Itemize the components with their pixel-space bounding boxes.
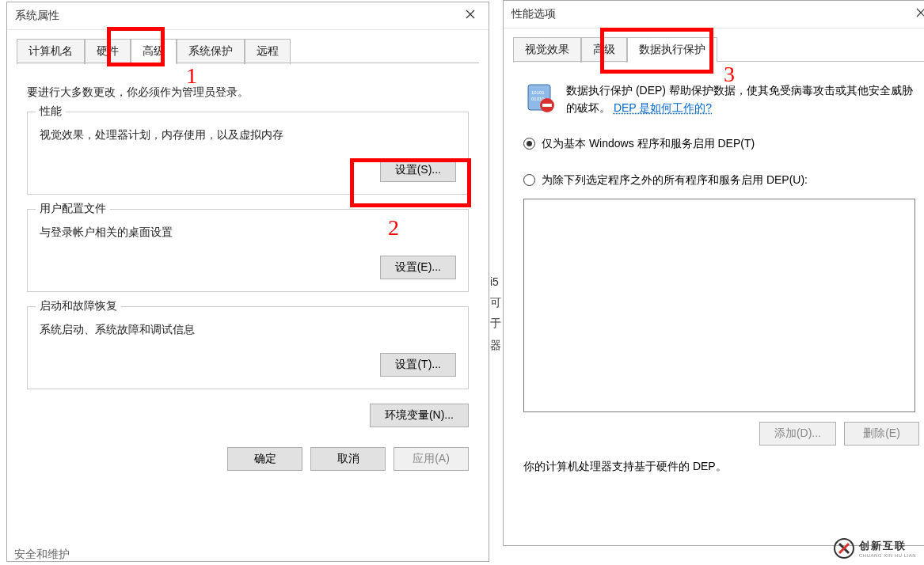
profile-group-title: 用户配置文件: [36, 202, 110, 216]
ok-button[interactable]: 确定: [227, 447, 302, 471]
remove-button[interactable]: 删除(E): [844, 422, 919, 446]
perf-group: 性能 视觉效果，处理器计划，内存使用，以及虚拟内存 设置(S)...: [27, 112, 469, 195]
radio-basic-row[interactable]: 仅为基本 Windows 程序和服务启用 DEP(T): [523, 137, 919, 151]
perf-settings-button[interactable]: 设置(S)...: [380, 158, 456, 182]
svg-rect-8: [542, 104, 552, 107]
side-char-b: 可: [490, 296, 501, 310]
side-char-d: 器: [490, 339, 501, 353]
perf-group-desc: 视觉效果，处理器计划，内存使用，以及虚拟内存: [40, 128, 456, 142]
system-properties-dialog: 系统属性 计算机名 硬件 高级 系统保护 远程 要进行大多数更改，你必须作为管理…: [6, 2, 489, 562]
profile-group: 用户配置文件 与登录帐户相关的桌面设置 设置(E)...: [27, 209, 469, 292]
content-right: 10101 01010 数据执行保护 (DEP) 帮助保护数据，使其免受病毒攻击…: [504, 62, 924, 486]
tab-hardware[interactable]: 硬件: [85, 39, 131, 64]
annotation-label-1: 1: [186, 63, 197, 89]
close-icon: [466, 9, 475, 19]
radio-basic-label: 仅为基本 Windows 程序和服务启用 DEP(T): [542, 137, 755, 151]
cancel-button[interactable]: 取消: [310, 447, 386, 471]
title-right: 性能选项: [511, 7, 556, 21]
radio-all-row[interactable]: 为除下列选定程序之外的所有程序和服务启用 DEP(U):: [523, 173, 919, 188]
bottom-buttons-left: 确定 取消 应用(A): [7, 439, 489, 483]
tabs-right: 视觉效果 高级 数据执行保护: [504, 28, 924, 62]
radio-basic[interactable]: [523, 138, 535, 150]
content-left: 要进行大多数更改，你必须作为管理员登录。 性能 视觉效果，处理器计划，内存使用，…: [7, 63, 489, 439]
titlebar-right: 性能选项: [504, 1, 924, 28]
dep-note: 你的计算机处理器支持基于硬件的 DEP。: [523, 460, 919, 474]
tab-computer-name[interactable]: 计算机名: [17, 39, 85, 64]
tab-advanced[interactable]: 高级: [131, 39, 177, 64]
side-char-c: 于: [490, 317, 501, 331]
startup-group-desc: 系统启动、系统故障和调试信息: [40, 323, 456, 337]
startup-group-title: 启动和故障恢复: [36, 299, 121, 313]
tabs-left: 计算机名 硬件 高级 系统保护 远程: [7, 30, 489, 63]
add-button[interactable]: 添加(D)...: [759, 422, 836, 446]
startup-settings-button[interactable]: 设置(T)...: [380, 353, 456, 377]
titlebar-left: 系统属性: [7, 2, 489, 30]
tab-remote[interactable]: 远程: [245, 39, 291, 64]
dep-desc-row: 数据执行保护 (DEP) 帮助保护数据，使其免受病毒攻击或其他安全威胁的破坏。 …: [566, 82, 919, 117]
tab-advanced-right[interactable]: 高级: [581, 37, 627, 63]
close-button-right[interactable]: [903, 1, 924, 25]
svg-text:10101: 10101: [531, 90, 545, 95]
radio-all[interactable]: [523, 174, 535, 186]
logo-x-icon: [834, 538, 854, 559]
close-button-left[interactable]: [452, 2, 489, 26]
tab-system-protection[interactable]: 系统保护: [177, 39, 245, 64]
env-vars-button[interactable]: 环境变量(N)...: [370, 404, 469, 427]
annotation-label-2: 2: [388, 215, 399, 241]
tab-visual-effects[interactable]: 视觉效果: [513, 37, 581, 63]
intro-text: 要进行大多数更改，你必须作为管理员登录。: [27, 83, 469, 100]
close-icon: [916, 8, 924, 17]
dep-program-list[interactable]: [523, 199, 915, 412]
logo: 创新互联 CHUANG XIN HU LIAN: [834, 538, 916, 559]
perf-group-title: 性能: [36, 104, 66, 119]
dep-icon: 10101 01010: [523, 82, 557, 115]
annotation-label-3: 3: [724, 62, 735, 87]
profile-settings-button[interactable]: 设置(E)...: [380, 256, 456, 279]
apply-button[interactable]: 应用(A): [394, 447, 469, 471]
logo-text: 创新互联: [859, 539, 916, 553]
radio-all-label: 为除下列选定程序之外的所有程序和服务启用 DEP(U):: [542, 173, 808, 188]
dep-link[interactable]: DEP 是如何工作的?: [614, 101, 712, 114]
tab-dep[interactable]: 数据执行保护: [627, 37, 717, 63]
startup-group: 启动和故障恢复 系统启动、系统故障和调试信息 设置(T)...: [27, 306, 469, 389]
logo-sub: CHUANG XIN HU LIAN: [859, 553, 916, 558]
side-char-a: i5: [490, 275, 499, 288]
performance-options-dialog: 性能选项 视觉效果 高级 数据执行保护 10101 01010 数据执行保护 (…: [503, 0, 924, 546]
bottom-stripe: 安全和维护: [14, 548, 70, 562]
title-left: 系统属性: [15, 9, 59, 23]
